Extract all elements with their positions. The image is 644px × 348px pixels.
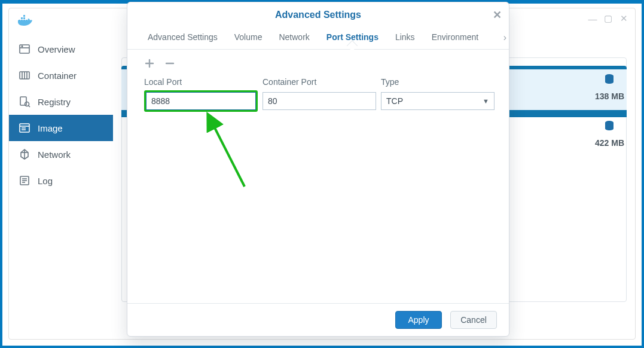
tab-network[interactable]: Network bbox=[270, 26, 318, 49]
add-row-icon[interactable] bbox=[144, 58, 155, 71]
sidebar-item-log[interactable]: Log bbox=[9, 167, 113, 194]
tab-environment[interactable]: Environment bbox=[423, 26, 487, 49]
apply-button[interactable]: Apply bbox=[395, 311, 442, 329]
port-tool-row bbox=[127, 50, 509, 75]
minimize-icon[interactable]: — bbox=[587, 13, 598, 24]
window-controls: — ▢ ✕ bbox=[587, 13, 629, 24]
type-select[interactable]: TCP ▼ bbox=[381, 92, 495, 110]
svg-point-8 bbox=[25, 102, 29, 106]
sidebar-item-label: Registry bbox=[38, 97, 71, 107]
modal-title: Advanced Settings bbox=[275, 10, 361, 20]
col-container-port: Container Port bbox=[263, 77, 376, 87]
image-icon bbox=[19, 122, 30, 134]
sidebar-item-registry[interactable]: Registry bbox=[9, 88, 113, 115]
col-type: Type bbox=[381, 77, 495, 87]
svg-line-27 bbox=[209, 116, 245, 187]
image-size-label: 138 MB bbox=[595, 91, 624, 101]
tab-volume[interactable]: Volume bbox=[226, 26, 271, 49]
chevron-down-icon: ▼ bbox=[483, 97, 489, 105]
sidebar-item-label: Network bbox=[38, 149, 71, 160]
highlight-local-port bbox=[144, 90, 258, 112]
cancel-button[interactable]: Cancel bbox=[450, 311, 497, 329]
modal-tabs: Advanced Settings Volume Network Port Se… bbox=[127, 26, 509, 50]
network-icon bbox=[19, 148, 30, 160]
modal-footer: Apply Cancel bbox=[127, 303, 509, 336]
remove-row-icon[interactable] bbox=[164, 58, 175, 71]
col-local-port: Local Port bbox=[144, 77, 258, 87]
tabs-scroll-right-icon[interactable]: › bbox=[503, 32, 506, 43]
close-icon[interactable]: ✕ bbox=[493, 8, 502, 22]
database-icon bbox=[603, 120, 616, 135]
local-port-input[interactable] bbox=[146, 92, 256, 110]
sidebar-item-label: Log bbox=[38, 176, 53, 186]
tab-port-settings[interactable]: Port Settings bbox=[318, 26, 387, 49]
image-size-label: 422 MB bbox=[595, 138, 624, 148]
svg-line-9 bbox=[29, 106, 30, 108]
log-icon bbox=[19, 175, 30, 187]
maximize-icon[interactable]: ▢ bbox=[603, 13, 614, 24]
annotation-arrow-icon bbox=[197, 109, 257, 193]
sidebar-item-image[interactable]: Image bbox=[9, 115, 113, 141]
sidebar: Overview Container Registry Image Networ… bbox=[9, 36, 113, 339]
sidebar-item-label: Container bbox=[38, 71, 77, 81]
container-icon bbox=[19, 69, 30, 81]
container-port-input[interactable] bbox=[263, 92, 376, 110]
modal-title-bar: Advanced Settings ✕ bbox=[127, 2, 509, 26]
svg-rect-7 bbox=[20, 97, 26, 105]
close-window-icon[interactable]: ✕ bbox=[618, 13, 629, 24]
advanced-settings-modal: Advanced Settings ✕ Advanced Settings Vo… bbox=[127, 2, 509, 337]
tab-links[interactable]: Links bbox=[387, 26, 423, 49]
sidebar-item-label: Overview bbox=[38, 44, 75, 54]
port-grid-header: Local Port Container Port Type bbox=[127, 75, 509, 90]
sidebar-item-overview[interactable]: Overview bbox=[9, 36, 113, 62]
database-icon bbox=[603, 73, 616, 88]
sidebar-item-label: Image bbox=[38, 123, 63, 133]
sidebar-item-network[interactable]: Network bbox=[9, 141, 113, 167]
sidebar-item-container[interactable]: Container bbox=[9, 62, 113, 88]
image-row-size: 138 MB bbox=[595, 73, 624, 101]
svg-rect-0 bbox=[20, 45, 29, 53]
overview-icon bbox=[19, 43, 30, 55]
svg-point-2 bbox=[22, 46, 23, 47]
registry-icon bbox=[19, 96, 30, 108]
docker-whale-icon bbox=[17, 13, 34, 29]
type-select-value: TCP bbox=[386, 96, 403, 106]
port-grid-row: TCP ▼ bbox=[127, 90, 509, 112]
image-row-size: 422 MB bbox=[595, 120, 624, 148]
tab-advanced-settings[interactable]: Advanced Settings bbox=[139, 26, 226, 49]
